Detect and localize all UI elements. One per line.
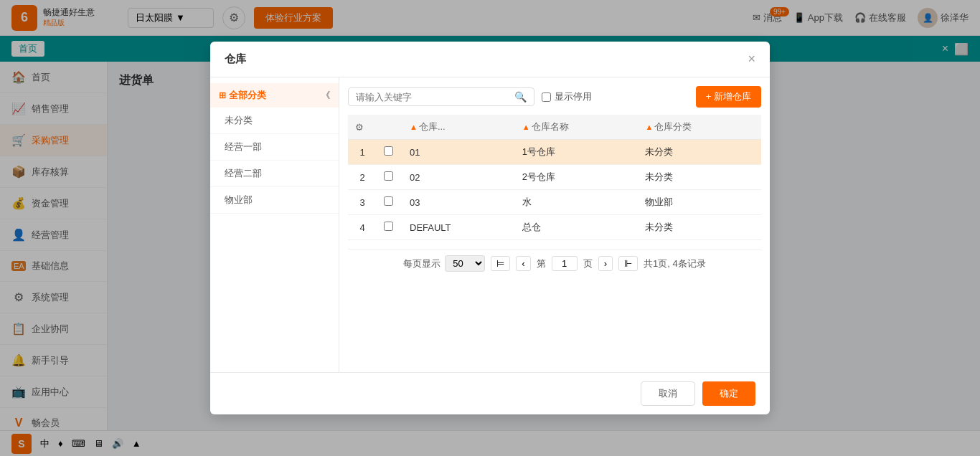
modal-footer: 取消 确定 (210, 372, 770, 414)
row-code: 02 (402, 165, 515, 190)
search-icon: 🔍 (514, 91, 527, 103)
page-number-input[interactable] (552, 256, 578, 271)
row-num: 1 (348, 140, 377, 165)
search-box: 🔍 (348, 87, 534, 106)
table-header-row: ⚙ ▲仓库... ▲仓库名称 ▲仓库分类 (348, 115, 761, 140)
table-row[interactable]: 1 01 1号仓库 未分类 (348, 140, 761, 165)
row-name: 2号仓库 (515, 165, 639, 190)
page-label: 第 (537, 257, 546, 270)
table-panel: 🔍 显示停用 + 新增仓库 ⚙ (339, 77, 770, 372)
pagination: 每页显示 10 20 50 100 ⊨ ‹ 第 (348, 249, 761, 272)
total-info: 共1页, 4条记录 (644, 257, 706, 270)
row-name: 1号仓库 (515, 140, 639, 165)
next-page-button[interactable]: › (598, 256, 613, 271)
row-category: 未分类 (638, 165, 761, 190)
table-row[interactable]: 3 03 水 物业部 (348, 190, 761, 215)
first-page-button[interactable]: ⊨ (491, 256, 510, 271)
warehouse-table: ⚙ ▲仓库... ▲仓库名称 ▲仓库分类 1 (348, 115, 761, 240)
all-category-label: 全部分类 (229, 89, 266, 102)
row-num: 2 (348, 165, 377, 190)
main-content: 进货单 仓库 × ⊞ 全部分类 (108, 62, 980, 456)
row-checkbox-cell (377, 190, 402, 215)
collapse-icon[interactable]: 《 (321, 90, 330, 102)
row-num: 4 (348, 215, 377, 240)
row-code: 01 (402, 140, 515, 165)
per-page-select[interactable]: 10 20 50 100 (445, 255, 485, 272)
toolbar: 🔍 显示停用 + 新增仓库 (348, 86, 761, 108)
modal-close-button[interactable]: × (748, 62, 755, 67)
modal-header: 仓库 × (210, 62, 770, 77)
per-page-label: 每页显示 (403, 257, 440, 270)
th-category[interactable]: ▲仓库分类 (638, 115, 761, 140)
modal-title: 仓库 (225, 62, 246, 66)
table-row[interactable]: 4 DEFAULT 总仓 未分类 (348, 215, 761, 240)
row-checkbox-2[interactable] (384, 171, 393, 181)
category-item-uncategorized[interactable]: 未分类 (210, 108, 339, 134)
modal-body: ⊞ 全部分类 《 未分类 经营一部 经营二部 物业部 (210, 77, 770, 372)
last-page-button[interactable]: ⊩ (618, 256, 638, 271)
row-category: 物业部 (638, 190, 761, 215)
table-row[interactable]: 2 02 2号仓库 未分类 (348, 165, 761, 190)
prev-page-button[interactable]: ‹ (516, 256, 530, 271)
row-checkbox-4[interactable] (384, 222, 393, 231)
category-item-property[interactable]: 物业部 (210, 187, 339, 214)
th-name[interactable]: ▲仓库名称 (515, 115, 639, 140)
row-checkbox-cell (377, 140, 402, 165)
row-name: 水 (515, 190, 639, 215)
row-checkbox-3[interactable] (384, 196, 393, 206)
row-category: 未分类 (638, 215, 761, 240)
row-checkbox-cell (377, 165, 402, 190)
grid-icon: ⊞ (219, 90, 226, 100)
category-item-ops1[interactable]: 经营一部 (210, 134, 339, 161)
row-category: 未分类 (638, 140, 761, 165)
row-num: 3 (348, 190, 377, 215)
confirm-button[interactable]: 确定 (702, 381, 755, 406)
th-settings[interactable]: ⚙ (348, 115, 377, 140)
cancel-button[interactable]: 取消 (641, 381, 695, 406)
show-disabled-text: 显示停用 (555, 90, 592, 103)
category-header[interactable]: ⊞ 全部分类 《 (210, 83, 339, 108)
page-suffix: 页 (583, 257, 593, 270)
row-name: 总仓 (515, 215, 639, 240)
add-warehouse-button[interactable]: + 新增仓库 (696, 86, 761, 108)
th-code[interactable]: ▲仓库... (402, 115, 515, 140)
per-page-selector: 每页显示 10 20 50 100 (403, 255, 485, 272)
row-checkbox-cell (377, 215, 402, 240)
category-item-ops2[interactable]: 经营二部 (210, 161, 339, 187)
modal-overlay: 仓库 × ⊞ 全部分类 《 未分类 (108, 62, 980, 456)
search-input[interactable] (356, 92, 514, 103)
app-layout: 🏠 首页 📈 销售管理 🛒 采购管理 📦 库存核算 💰 资金管理 👤 经营管理 … (0, 62, 980, 456)
category-panel: ⊞ 全部分类 《 未分类 经营一部 经营二部 物业部 (210, 77, 339, 372)
show-disabled-checkbox[interactable] (542, 92, 551, 102)
show-disabled-label[interactable]: 显示停用 (542, 90, 592, 103)
row-checkbox-1[interactable] (384, 146, 393, 156)
warehouse-modal: 仓库 × ⊞ 全部分类 《 未分类 (210, 62, 770, 414)
row-code: DEFAULT (402, 215, 515, 240)
row-code: 03 (402, 190, 515, 215)
th-checkbox (377, 115, 402, 140)
